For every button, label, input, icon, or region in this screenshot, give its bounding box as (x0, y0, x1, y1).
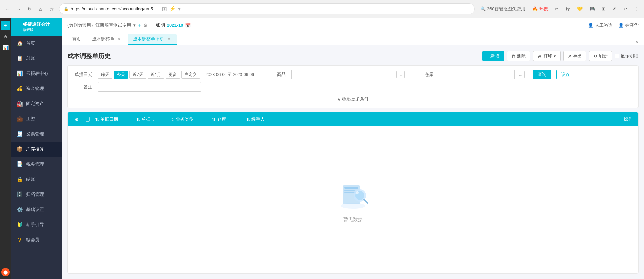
date-filter-label: 单据日期 (73, 71, 92, 78)
archive-icon: 🗄️ (16, 191, 23, 198)
tab-cost-adjust-close[interactable]: × (116, 36, 122, 42)
svg-rect-3 (344, 190, 355, 191)
hot-search-btn[interactable]: 🔥 热搜 (530, 4, 551, 13)
icon-rail-chart[interactable]: 📊 (1, 43, 10, 52)
search-tool-btn[interactable]: 🔍 360智能抠图免费用 (477, 4, 528, 13)
user-btn[interactable]: 👤 徐泽华 (618, 22, 639, 29)
app-container: ⊞ ★ 📊 ⬤ 畅捷通好会计 旗舰版 🏠 首页 📋 总账 📊 云报表中心 (0, 18, 644, 279)
sidebar-item-ledger[interactable]: 📋 总账 (11, 51, 62, 66)
brightness-btn[interactable]: ☀ (610, 5, 619, 13)
goods-more-btn[interactable]: ... (396, 71, 405, 78)
tab-cost-history-close[interactable]: × (166, 36, 172, 42)
cut-tool-btn[interactable]: ✂ (552, 5, 562, 13)
trash-icon: 🗑 (511, 54, 516, 59)
sidebar-item-tax[interactable]: 📑 税务管理 (11, 157, 62, 172)
print-btn[interactable]: 🖨 打印 ▾ (533, 51, 561, 61)
tab-cost-adjust[interactable]: 成本调整单 × (87, 34, 127, 45)
translate-btn[interactable]: 译 (563, 4, 573, 13)
display-cols-label: 显示明细 (621, 53, 639, 59)
apps-btn[interactable]: ⊞ (599, 5, 608, 13)
tab-home[interactable]: 首页 (67, 34, 86, 45)
sort-icon-doc: ⇅ (136, 117, 140, 122)
warehouse-col-header[interactable]: ⇅ 仓库 (209, 116, 244, 122)
customer-service-btn[interactable]: 👤 人工咨询 (588, 22, 613, 29)
sidebar-item-closing[interactable]: 🔒 结账 (11, 172, 62, 187)
address-bar[interactable]: 🔒 https://cloud.chanjet.com/accounting/u… (59, 3, 475, 14)
more-tools-btn[interactable]: ⋮ (631, 5, 641, 13)
sidebar-item-invoices[interactable]: 🧾 发票管理 (11, 126, 62, 142)
collapse-btn[interactable]: ∧ 收起更多条件 (333, 94, 373, 103)
customer-service-label: 人工咨询 (595, 22, 613, 29)
funds-icon: 💰 (16, 86, 23, 92)
doc-col-header[interactable]: ⇅ 单据... (134, 116, 168, 122)
display-cols-checkbox[interactable] (615, 54, 619, 58)
select-all-checkbox[interactable] (86, 117, 90, 122)
game-btn[interactable]: 🎮 (587, 5, 598, 13)
yesterday-btn[interactable]: 昨天 (98, 71, 112, 79)
sidebar-item-archive[interactable]: 🗄️ 归档管理 (11, 187, 62, 202)
date-col-header[interactable]: ⇅ 单据日期 (92, 116, 134, 122)
sidebar-item-fixed-assets[interactable]: 🏭 固定资产 (11, 96, 62, 111)
grid-icon: ⊞ (162, 5, 167, 13)
biz-col-header[interactable]: ⇅ 业务类型 (168, 116, 209, 122)
warehouse-col-label: 仓库 (217, 116, 226, 122)
sidebar-item-home[interactable]: 🏠 首页 (11, 36, 62, 51)
sidebar-item-funds[interactable]: 💰 资金管理 (11, 81, 62, 96)
svg-rect-2 (344, 187, 358, 189)
bookmark-button[interactable]: ☆ (47, 4, 56, 14)
date-col-label: 单据日期 (100, 116, 118, 122)
user-name: 徐泽华 (625, 22, 639, 29)
close-all-tabs-btn[interactable]: × (635, 39, 639, 45)
delete-btn[interactable]: 🗑 删除 (507, 51, 530, 61)
home-button[interactable]: ⌂ (36, 4, 45, 14)
operator-col-label: 经手人 (251, 116, 265, 122)
history-back-btn[interactable]: ↩ (621, 5, 630, 13)
warehouse-more-btn[interactable]: ... (517, 71, 525, 78)
sidebar-nav: 🏠 首页 📋 总账 📊 云报表中心 💰 资金管理 🏭 固定资产 💼 工资 (11, 36, 62, 279)
reload-button[interactable]: ↻ (25, 4, 34, 14)
export-btn[interactable]: ↗ 导出 (563, 51, 586, 61)
sidebar-item-label-fixed-assets: 固定资产 (26, 101, 44, 107)
home-icon: 🏠 (16, 40, 23, 46)
remark-input[interactable] (98, 82, 201, 92)
icon-rail-star[interactable]: ★ (1, 32, 10, 41)
today-btn[interactable]: 今天 (114, 71, 128, 79)
icon-rail-circle[interactable]: ⬤ (1, 268, 10, 276)
customer-service-icon: 👤 (588, 23, 594, 28)
last7days-btn[interactable]: 近7天 (129, 71, 146, 79)
custom-date-btn[interactable]: 自定义 (181, 71, 200, 79)
doc-col-label: 单据... (142, 116, 154, 122)
sidebar-item-payroll[interactable]: 💼 工资 (11, 111, 62, 126)
tab-cost-history[interactable]: 成本调整单历史 × (128, 34, 177, 45)
filter-settings-btn[interactable]: 设置 (556, 70, 574, 79)
sidebar-item-member[interactable]: V 畅会员 (11, 232, 62, 247)
search-btn[interactable]: 查询 (533, 70, 551, 79)
checkbox-col-header[interactable] (83, 117, 92, 122)
goods-filter-label: 商品 (267, 71, 286, 78)
page-body: 成本调整单历史 + 新增 🗑 删除 🖨 打印 ▾ ↗ 导出 (62, 45, 644, 279)
warehouse-input[interactable] (439, 70, 515, 79)
svg-line-7 (364, 200, 368, 203)
empty-state: 暂无数据 (68, 126, 638, 273)
new-btn[interactable]: + 新增 (482, 51, 504, 61)
wallet-btn[interactable]: 💛 (574, 5, 585, 13)
sidebar-item-settings[interactable]: ⚙️ 基础设置 (11, 202, 62, 217)
last1month-btn[interactable]: 近1月 (148, 71, 165, 79)
settings-col-header[interactable]: ⚙ (70, 117, 83, 122)
forward-button[interactable]: → (14, 4, 23, 14)
sidebar-item-guide[interactable]: 🔰 新手引导 (11, 217, 62, 232)
more-date-btn[interactable]: 更多 (166, 71, 180, 79)
calendar-icon: 📅 (185, 23, 191, 28)
back-button[interactable]: ← (3, 4, 12, 14)
operator-col-header[interactable]: ⇅ 经手人 (244, 116, 278, 122)
sidebar-item-label-invoices: 发票管理 (26, 131, 44, 137)
company-selector[interactable]: (勿删勿禁用）江西服宝测试专用 ▾ + ⚙ (67, 22, 148, 29)
sidebar-item-reports[interactable]: 📊 云报表中心 (11, 66, 62, 81)
display-cols-checkbox-label[interactable]: 显示明细 (615, 53, 639, 59)
sidebar-item-inventory[interactable]: 📦 库存核算 (11, 142, 62, 157)
goods-input[interactable] (291, 70, 394, 79)
refresh-btn[interactable]: ↻ 刷新 (589, 51, 612, 61)
sort-icon-biz: ⇅ (171, 117, 174, 122)
sidebar-item-label-archive: 归档管理 (26, 191, 44, 198)
icon-rail-main[interactable]: ⊞ (1, 21, 10, 30)
